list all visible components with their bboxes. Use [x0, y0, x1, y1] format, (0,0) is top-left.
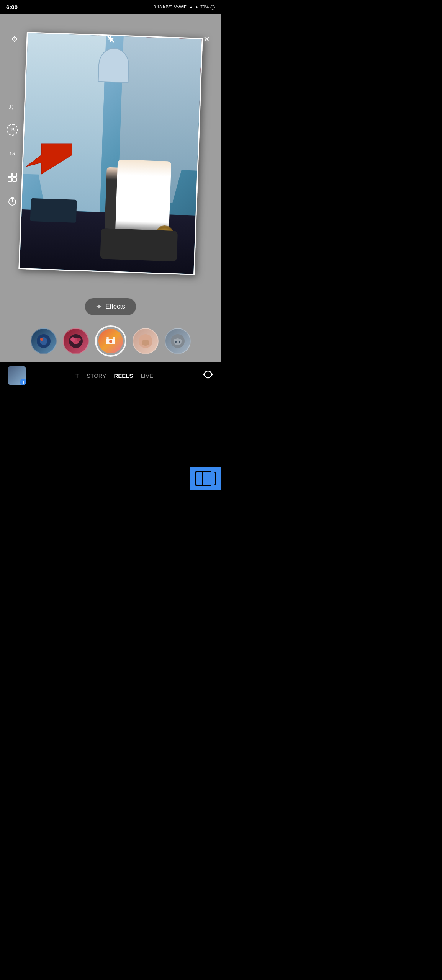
car — [30, 198, 77, 223]
stopwatch-button[interactable] — [4, 193, 21, 209]
svg-marker-0 — [26, 144, 72, 174]
battery-icon: ◯ — [210, 5, 215, 10]
svg-rect-3 — [8, 173, 12, 177]
svg-point-28 — [175, 341, 177, 343]
record-button-inner — [98, 329, 123, 353]
svg-point-16 — [70, 337, 75, 342]
layout-button[interactable] — [4, 169, 21, 186]
nav-tab-t[interactable]: T — [75, 372, 79, 379]
svg-point-19 — [109, 340, 112, 343]
svg-marker-30 — [211, 373, 213, 376]
status-icons: 0.13 KB/S VoWiFi ▲ ▲ 70% ◯ — [154, 5, 215, 10]
timer-label: 15 — [10, 128, 14, 132]
svg-text:♫: ♫ — [8, 102, 15, 111]
status-time: 6:00 — [6, 4, 18, 10]
effects-area: ✦ Effects — [0, 293, 221, 320]
speed-button[interactable]: 1× — [4, 145, 21, 162]
add-media-button[interactable]: + — [20, 379, 26, 385]
top-controls: ⚙ ✕ — [0, 28, 221, 51]
nav-tab-reels[interactable]: REELS — [114, 372, 133, 379]
svg-point-17 — [77, 338, 81, 341]
nav-left: + — [8, 366, 26, 385]
timer-button[interactable]: 15 — [4, 121, 21, 138]
close-button[interactable]: ✕ — [200, 32, 213, 46]
network-type: VoWiFi — [174, 5, 187, 9]
nav-tab-live[interactable]: LIVE — [141, 372, 153, 379]
svg-marker-31 — [203, 373, 205, 376]
record-button[interactable] — [95, 325, 126, 357]
gallery-thumbnail[interactable]: + — [8, 366, 26, 385]
thumbnail-2[interactable] — [63, 328, 89, 354]
network-speed: 0.13 KB/S — [154, 5, 173, 9]
svg-point-21 — [113, 337, 115, 339]
thumbnail-5[interactable] — [165, 328, 191, 354]
thumbnail-4[interactable] — [133, 328, 159, 354]
record-button-container — [95, 325, 126, 357]
nav-tabs: T STORY REELS LIVE — [75, 372, 153, 379]
nav-tab-story[interactable]: STORY — [87, 372, 106, 379]
music-button[interactable]: ♫ — [4, 98, 21, 114]
svg-point-29 — [179, 341, 180, 343]
camera-viewfinder: ⚙ ✕ ♫ 15 1× — [0, 14, 221, 293]
svg-rect-4 — [13, 173, 16, 177]
svg-point-13 — [40, 338, 43, 341]
signal-icon: ▲ — [195, 5, 199, 9]
svg-rect-5 — [8, 178, 12, 181]
svg-point-23 — [142, 340, 149, 346]
corner-badge — [190, 467, 221, 490]
effects-button[interactable]: ✦ Effects — [85, 298, 136, 315]
wifi-icon: ▲ — [189, 5, 193, 9]
left-controls: ♫ 15 1× — [4, 98, 21, 209]
thumbnail-1[interactable] — [31, 328, 57, 354]
flash-button[interactable] — [104, 32, 118, 46]
svg-rect-6 — [13, 178, 16, 181]
motorcycle — [100, 229, 177, 262]
speed-label: 1× — [10, 151, 15, 157]
timer-circle: 15 — [7, 124, 18, 136]
svg-point-20 — [106, 337, 109, 339]
settings-button[interactable]: ⚙ — [8, 32, 21, 46]
battery-level: 70% — [200, 5, 209, 9]
flip-camera-button[interactable] — [203, 369, 213, 382]
effects-star-icon: ✦ — [96, 302, 102, 311]
svg-rect-34 — [203, 472, 215, 485]
thumbnails-area — [0, 320, 221, 362]
status-bar: 6:00 0.13 KB/S VoWiFi ▲ ▲ 70% ◯ — [0, 0, 221, 14]
nav-bar: + T STORY REELS LIVE — [0, 362, 221, 389]
effects-label: Effects — [105, 303, 125, 310]
